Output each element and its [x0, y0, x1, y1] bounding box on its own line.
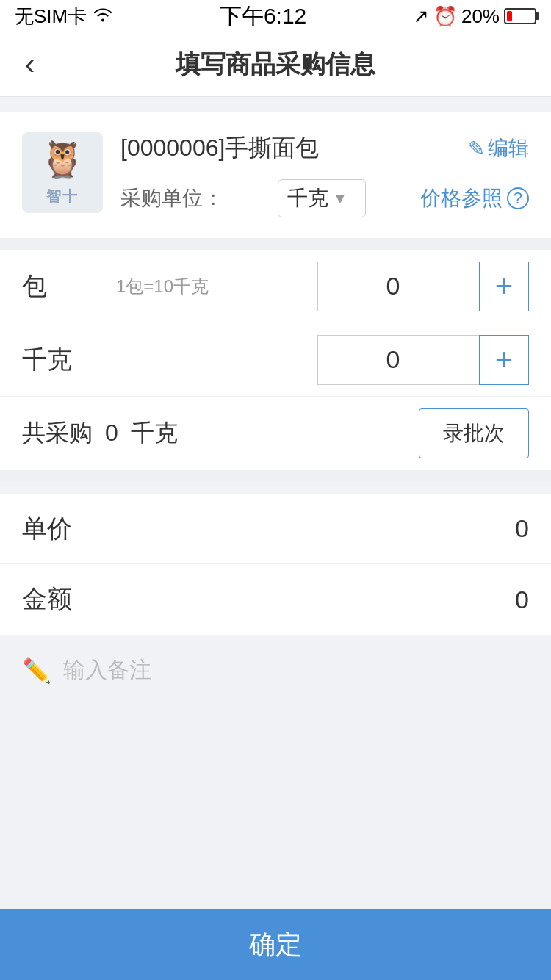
price-label: 单价 — [22, 512, 72, 546]
unit-prefix-label: 采购单位： — [120, 184, 223, 212]
unit-select[interactable]: 千克 ▼ — [278, 179, 366, 217]
wifi-icon — [93, 5, 113, 28]
back-button[interactable]: ‹ — [18, 40, 42, 88]
product-info: [0000006]手撕面包 ✎ 编辑 采购单位： 千克 ▼ 价格参照 ? — [120, 132, 529, 217]
price-row: 单价 0 — [0, 494, 551, 564]
notes-placeholder: 输入备注 — [63, 655, 151, 685]
summary-row: 共采购 0 千克 录批次 — [0, 397, 551, 470]
battery-percent: 20% — [461, 5, 500, 28]
location-icon: ↗ — [413, 5, 429, 28]
page-title: 填写商品采购信息 — [176, 48, 375, 82]
summary-unit: 千克 — [131, 419, 178, 446]
bag-input-container: + — [317, 262, 529, 311]
product-title-row: [0000006]手撕面包 ✎ 编辑 — [120, 132, 529, 165]
confirm-button-label: 确定 — [249, 927, 302, 963]
price-amount-section: 单价 0 金额 0 — [0, 494, 551, 635]
alarm-icon: ⏰ — [433, 5, 457, 28]
kg-input-container: + — [317, 335, 529, 385]
edit-button[interactable]: ✎ 编辑 — [468, 134, 529, 162]
amount-label: 金额 — [22, 583, 72, 616]
batch-button[interactable]: 录批次 — [419, 408, 529, 458]
brand-owl-icon: 🦉 — [40, 139, 84, 180]
edit-icon: ✎ — [468, 137, 485, 161]
edit-label: 编辑 — [488, 134, 529, 162]
price-ref-label: 价格参照 — [420, 184, 503, 212]
amount-value: 0 — [515, 586, 529, 614]
kg-plus-button[interactable]: + — [479, 335, 529, 385]
section-divider-1 — [0, 238, 551, 250]
input-section: 包 1包=10千克 + 千克 + 共采购 0 千克 录批次 — [0, 250, 551, 470]
price-ref-help-icon: ? — [507, 187, 529, 209]
amount-row: 金额 0 — [0, 564, 551, 635]
summary-quantity: 0 — [105, 419, 118, 446]
price-ref-button[interactable]: 价格参照 ? — [420, 184, 529, 212]
product-unit-row: 采购单位： 千克 ▼ 价格参照 ? — [120, 179, 529, 217]
summary-prefix: 共采购 — [22, 419, 93, 446]
product-image: 🦉 智十 — [22, 132, 103, 213]
status-time: 下午6:12 — [220, 1, 306, 32]
summary-text: 共采购 0 千克 — [22, 417, 178, 450]
bag-input-row: 包 1包=10千克 + — [0, 250, 551, 323]
product-name: [0000006]手撕面包 — [120, 132, 319, 165]
bag-label: 包 — [22, 270, 110, 303]
kg-label: 千克 — [22, 343, 110, 377]
brand-label: 智十 — [46, 188, 79, 204]
battery-indicator — [504, 8, 536, 24]
confirm-button[interactable]: 确定 — [0, 909, 551, 980]
status-bar: 无SIM卡 下午6:12 ↗ ⏰ 20% — [0, 0, 551, 32]
unit-value: 千克 — [287, 184, 328, 212]
notes-section[interactable]: ✏️ 输入备注 — [0, 635, 551, 706]
nav-bar: ‹ 填写商品采购信息 — [0, 32, 551, 97]
status-left: 无SIM卡 — [15, 4, 113, 29]
product-card: 🦉 智十 [0000006]手撕面包 ✎ 编辑 采购单位： 千克 ▼ 价格参照 … — [0, 112, 551, 238]
sim-text: 无SIM卡 — [15, 4, 87, 29]
bag-quantity-input[interactable] — [317, 262, 479, 311]
kg-quantity-input[interactable] — [317, 335, 479, 385]
pencil-icon: ✏️ — [22, 657, 51, 685]
price-value: 0 — [515, 514, 529, 543]
kg-input-row: 千克 + — [0, 323, 551, 397]
status-right: ↗ ⏰ 20% — [413, 5, 536, 28]
section-divider-2 — [0, 470, 551, 482]
bag-sub-label: 1包=10千克 — [116, 275, 209, 298]
dropdown-arrow-icon: ▼ — [333, 190, 347, 207]
bag-plus-button[interactable]: + — [479, 262, 529, 311]
